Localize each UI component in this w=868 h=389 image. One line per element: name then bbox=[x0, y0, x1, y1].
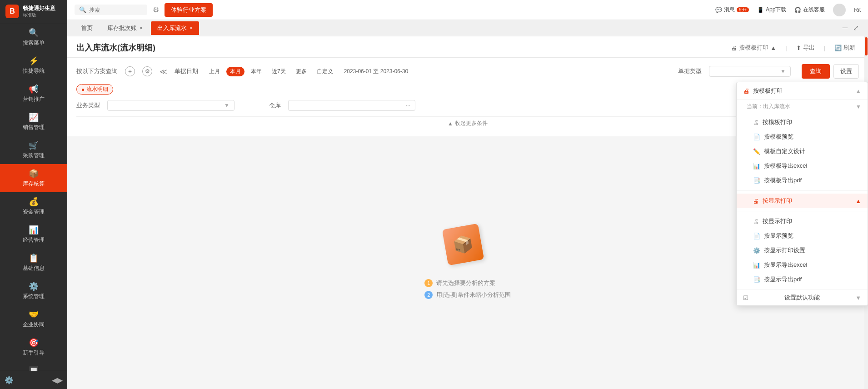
dp-display-section-label: 按显示打印 bbox=[763, 197, 792, 205]
refresh-btn[interactable]: 🔄 刷新 bbox=[831, 42, 859, 54]
filter-add-btn[interactable]: + bbox=[125, 66, 135, 76]
dp-footer-icon: ☑ bbox=[743, 294, 748, 301]
query-btn[interactable]: 查询 bbox=[802, 64, 830, 79]
export-btn[interactable]: ⬆ 导出 bbox=[793, 42, 818, 54]
industry-btn[interactable]: 体验行业方案 bbox=[165, 3, 213, 17]
sidebar-item-purchase[interactable]: 🛒采购管理 bbox=[0, 136, 67, 164]
topbar-search-box[interactable]: 🔍 bbox=[75, 5, 147, 15]
sidebar-item-marketing[interactable]: 📢营销推广 bbox=[0, 80, 67, 108]
sidebar-item-inventory[interactable]: 📦库存核算 bbox=[0, 164, 67, 192]
date-range: 2023-06-01 至 2023-06-30 bbox=[344, 68, 408, 75]
dp-collapse-icon[interactable]: ▲ bbox=[855, 88, 861, 95]
dp-item-disp-excel[interactable]: 📊按显示导出excel bbox=[737, 258, 868, 272]
dp-current-row: 当前：出入库流水 ▼ bbox=[737, 100, 868, 112]
headset-icon: 🎧 bbox=[794, 7, 801, 13]
filter-collapse-icon[interactable]: ≪ bbox=[160, 67, 167, 76]
basic-icon: 📋 bbox=[29, 253, 39, 263]
tab-label-flow: 出入库流水 bbox=[157, 24, 187, 32]
sidebar-label-operations: 经营管理 bbox=[23, 236, 45, 244]
tmpl-print-icon: 🖨 bbox=[753, 119, 759, 126]
dp-footer[interactable]: ☑ 设置默认功能 ▼ bbox=[737, 290, 868, 305]
dp-item-tmpl-pdf[interactable]: 📑按模板导出pdf bbox=[737, 173, 868, 188]
topbar-notifications[interactable]: 💬 消息 99+ bbox=[715, 6, 749, 14]
sidebar-item-appcenter[interactable]: 🔲应用中心 bbox=[0, 361, 67, 371]
date-opt-更多[interactable]: 更多 bbox=[292, 67, 310, 76]
tab-label-batch: 库存批次账 bbox=[107, 24, 137, 32]
refresh-icon: 🔄 bbox=[834, 45, 842, 51]
dp-item-tmpl-custom[interactable]: ✏️模板自定义设计 bbox=[737, 144, 868, 159]
filter-settings-btn[interactable]: ⚙ bbox=[142, 66, 152, 76]
dp-footer-arrow[interactable]: ▼ bbox=[855, 294, 861, 301]
date-opt-本年[interactable]: 本年 bbox=[247, 67, 265, 76]
sidebar-label-inventory: 库存核算 bbox=[23, 180, 45, 188]
dp-item-tmpl-excel[interactable]: 📊按模板导出excel bbox=[737, 159, 868, 173]
warehouse-select[interactable]: ··· bbox=[288, 100, 415, 111]
settings-btn[interactable]: 设置 bbox=[833, 64, 859, 79]
search-icon: 🔍 bbox=[29, 28, 39, 38]
dp-section-2: 🖨按显示打印📄按显示预览⚙️按显示打印设置📊按显示导出excel📑按显示导出pd… bbox=[737, 211, 868, 290]
sidebar-item-search[interactable]: 🔍搜索菜单 bbox=[0, 23, 67, 51]
dp-display-print-header[interactable]: 🖨 按显示打印 ▲ bbox=[737, 194, 868, 208]
tab-home[interactable]: 首页 bbox=[75, 21, 99, 35]
date-label: 单据日期 bbox=[175, 67, 198, 75]
topbar-app-download[interactable]: 📱 App下载 bbox=[757, 6, 786, 14]
dp-display-section-arrow: ▲ bbox=[855, 198, 861, 204]
type-select[interactable]: ▼ bbox=[709, 66, 791, 77]
notification-badge: 99+ bbox=[737, 7, 749, 12]
dp-item-tmpl-print[interactable]: 🖨按模板打印 bbox=[737, 115, 868, 130]
sidebar-item-shortcuts[interactable]: ⚡快捷导航 bbox=[0, 51, 67, 80]
tab-close-flow[interactable]: × bbox=[190, 25, 193, 31]
tab-flow[interactable]: 出入库流水× bbox=[151, 21, 199, 35]
dp-printer-icon: 🖨 bbox=[743, 87, 749, 95]
user-avatar[interactable] bbox=[833, 4, 846, 16]
print-template-btn[interactable]: 🖨 按模板打印 ▲ bbox=[728, 42, 780, 54]
app-brand: 畅捷通好生意 标准版 bbox=[23, 5, 55, 18]
disp-print-icon: 🖨 bbox=[753, 218, 759, 225]
scroll-tab-indicator[interactable] bbox=[865, 37, 868, 55]
page-area: 出入库流水(流水明细) 🖨 按模板打印 ▲ | ⬆ 导出 | 🔄 bbox=[67, 36, 868, 389]
tab-batch[interactable]: 库存批次账× bbox=[101, 21, 149, 35]
print-dropdown-panel: 🖨 按模板打印 ▲ 当前：出入库流水 ▼ 🖨按模板打印📄按模板预览✏️模板自定义… bbox=[736, 82, 868, 306]
sidebar-label-shortcuts: 快捷导航 bbox=[23, 67, 45, 75]
notification-icon: 💬 bbox=[715, 7, 722, 13]
topbar-online-service[interactable]: 🎧 在线客服 bbox=[794, 6, 825, 14]
sidebar-item-finance[interactable]: 💰资金管理 bbox=[0, 192, 67, 220]
marketing-icon: 📢 bbox=[29, 84, 39, 94]
sidebar-label-system: 系统管理 bbox=[23, 293, 45, 300]
settings-icon[interactable]: ⚙️ bbox=[5, 376, 14, 384]
date-opt-自定义[interactable]: 自定义 bbox=[313, 67, 337, 76]
dp-header-left: 🖨 按模板打印 bbox=[743, 87, 783, 95]
sidebar-item-system[interactable]: ⚙️系统管理 bbox=[0, 277, 67, 305]
dp-item-disp-print[interactable]: 🖨按显示打印 bbox=[737, 214, 868, 229]
sidebar-label-finance: 资金管理 bbox=[23, 208, 45, 216]
chevron-down-icon-2: ▼ bbox=[224, 102, 229, 109]
active-filter-tag[interactable]: ● 流水明细 bbox=[76, 84, 113, 95]
dp-item-tmpl-preview[interactable]: 📄按模板预览 bbox=[737, 130, 868, 144]
sidebar-item-operations[interactable]: 📊经营管理 bbox=[0, 220, 67, 249]
chevron-up-icon-2: ▲ bbox=[448, 120, 453, 127]
date-opt-近7天[interactable]: 近7天 bbox=[268, 67, 289, 76]
dp-section-1: 🖨按模板打印📄按模板预览✏️模板自定义设计📊按模板导出excel📑按模板导出pd… bbox=[737, 112, 868, 191]
mobile-icon: 📱 bbox=[757, 7, 764, 13]
maximize-icon[interactable]: ⤢ bbox=[851, 23, 861, 33]
username-label[interactable]: Rit bbox=[854, 7, 861, 13]
search-input[interactable] bbox=[89, 7, 143, 13]
dp-section-display-header: 🖨 按显示打印 ▲ bbox=[737, 191, 868, 211]
page-header: 出入库流水(流水明细) 🖨 按模板打印 ▲ | ⬆ 导出 | 🔄 bbox=[67, 36, 868, 58]
date-opt-本月[interactable]: 本月 bbox=[226, 67, 244, 76]
dp-item-disp-preview[interactable]: 📄按显示预览 bbox=[737, 229, 868, 243]
sidebar-item-sales[interactable]: 📈销售管理 bbox=[0, 108, 67, 136]
sidebar-item-newbie[interactable]: 🎯新手引导 bbox=[0, 333, 67, 361]
dp-item-disp-settings[interactable]: ⚙️按显示打印设置 bbox=[737, 243, 868, 258]
biz-type-select[interactable]: ▼ bbox=[107, 100, 234, 111]
minimize-icon[interactable]: ─ bbox=[841, 23, 849, 33]
collapse-icon[interactable]: ◀▶ bbox=[52, 376, 63, 384]
dp-current-arrow[interactable]: ▼ bbox=[856, 104, 861, 110]
tab-close-batch[interactable]: × bbox=[140, 25, 143, 31]
sidebar-item-basic[interactable]: 📋基础信息 bbox=[0, 249, 67, 277]
dp-print-active-icon: 🖨 bbox=[753, 198, 759, 204]
topbar-gear-icon[interactable]: ⚙ bbox=[153, 5, 159, 14]
sidebar-item-cooperation[interactable]: 🤝企业协同 bbox=[0, 305, 67, 333]
date-opt-上月[interactable]: 上月 bbox=[205, 67, 224, 76]
dp-item-disp-pdf[interactable]: 📑按显示导出pdf bbox=[737, 272, 868, 287]
